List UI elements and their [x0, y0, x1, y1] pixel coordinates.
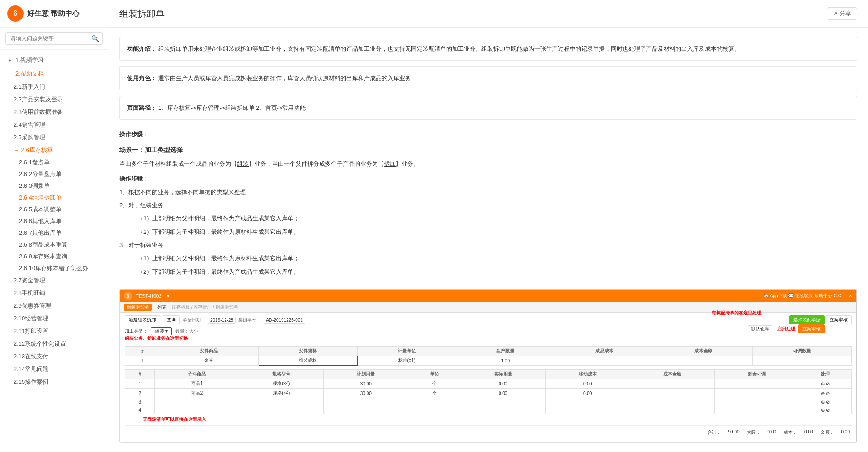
cell-total-3 [630, 398, 714, 406]
col-inqty: 生产数量 [456, 347, 555, 356]
mock-footer: 合计： 99.00 实际： 0.00 成本： 0.00 金额： 0.00 [125, 425, 852, 439]
sidebar-item-finance[interactable]: 2.7资金管理 [0, 274, 108, 287]
main-header: 组装拆卸单 ↗ 分享 [108, 0, 868, 28]
mock-id-label: 集团单号： [238, 317, 261, 323]
cell-action-1[interactable]: ⊕ ⊘ [799, 379, 851, 389]
mock-confirm-btn[interactable]: 立案审核 [826, 315, 852, 324]
mock-select-bom-btn[interactable]: 选择装配单据 [789, 315, 825, 324]
table-row: 3 ⊕ ⊘ [125, 398, 852, 406]
sidebar-item-dataprep[interactable]: 2.3使用前数据准备 [0, 106, 108, 119]
mock-query-btn[interactable]: 查询 [163, 315, 180, 324]
cell-unit: 标准(×1) [357, 356, 456, 366]
cell-unit-4 [408, 406, 461, 414]
mock-close-icon[interactable]: ✕ [849, 293, 853, 299]
sidebar-item-faq[interactable]: 2.14常见问题 [0, 363, 108, 376]
footer-total: 0.00 [841, 429, 850, 436]
annotation-type-switch: 组装业务、拆卸业务在这里切换 [125, 335, 188, 342]
sidebar-item-other-out[interactable]: 2.6.7其他出库单 [0, 227, 108, 239]
col-goods: 父件商品 [160, 347, 259, 356]
sidebar-item-cost-recalc[interactable]: 2.6.8商品成本重算 [0, 239, 108, 251]
cell-remain-1 [714, 379, 799, 389]
sidebar-item-stockcount[interactable]: 2.6.1盘点单 [0, 157, 108, 168]
sidebar-item-other-in[interactable]: 2.6.6其他入库单 [0, 215, 108, 227]
sidebar-item-sales[interactable]: 2.4销售管理 [0, 119, 108, 131]
step3-2: （2）下部明细为子件明细，最终作为产成品生成某它入库单。 [119, 266, 857, 277]
footer-label-qty: 合计： [708, 429, 721, 436]
mock-dropdown-icon: ▾ [167, 293, 170, 299]
mock-warehouse-field: 默认仓库 [748, 325, 772, 332]
annotation-assembly-bom: 有装配清单的在这里处理 [712, 310, 761, 316]
cell-actual-4 [461, 406, 545, 414]
sidebar-item-custom[interactable]: 2.12系统个性化设置 [0, 338, 108, 350]
mock-form-toolbar: 新建组装拆卸 查询 单据日期： 2019-12-28 集团单号： AD-2019… [125, 315, 852, 324]
plus-icon: ＋ [7, 57, 13, 64]
sidebar-item-coupon[interactable]: 2.9优惠券管理 [0, 300, 108, 312]
nav-sub-docs: 2.1新手入门 2.2产品安装及登录 2.3使用前数据准备 2.4销售管理 2.… [0, 81, 108, 388]
sidebar-item-operations[interactable]: 2.10经营管理 [0, 312, 108, 325]
cell-total-1 [630, 379, 714, 389]
search-area: 🔍 [0, 28, 108, 50]
search-input[interactable] [5, 32, 103, 45]
mock-titlebar: 6 TEST-H002 ▾ 🏠 App下载 💬 在线客服 帮助中心 C.C ✕ [120, 290, 856, 302]
ops-section: 操作步骤： 场景一：加工类型选择 当由多个子件材料组装成一个成品的业务为【组装】… [119, 125, 857, 283]
mock-new-btn[interactable]: 新建组装拆卸 [125, 315, 160, 324]
step2-1: （1）上部明细为父件明细，最终作为产成品生成某它入库单； [119, 213, 857, 224]
cell-action-2[interactable]: ⊕ ⊘ [799, 389, 851, 398]
sidebar-item-label: 2.帮助文档 [15, 70, 44, 78]
sidebar-item-docs[interactable]: － 2.帮助文档 [0, 67, 108, 81]
mock-lower-table: # 子件商品 规格型号 计划用量 单位 实际用量 移动成本 成本金额 剩余可调 [125, 369, 852, 414]
mock-upper-table: # 父件商品 父件规格 计量单位 生产数量 成品成本 成本金额 可调数量 [125, 346, 852, 366]
cell-remain-2 [714, 389, 799, 398]
mock-enable-btn[interactable]: 立案审核 [798, 324, 825, 333]
sidebar-item-assembly[interactable]: 2.6.4组装拆卸单 [0, 192, 108, 204]
mock-type-field: 加工类型： 组装 ▾ 数量：大小 [125, 327, 852, 335]
sidebar-item-payment[interactable]: 2.13在线支付 [0, 350, 108, 363]
cell-qty-4 [324, 406, 408, 414]
footer-label-actual: 实际： [747, 429, 760, 436]
cell-spec: 组装规格 [259, 356, 358, 366]
sidebar-item-mobile[interactable]: 2.8手机旺铺 [0, 287, 108, 300]
sidebar-item-stock-ledger[interactable]: 2.6.9库存账本查询 [0, 251, 108, 262]
content-area: 功能介绍： 组装拆卸单用来处理企业组装或拆卸等加工业务，支持有固定装配清单的产品… [108, 28, 868, 452]
sidebar-item-stock-fix[interactable]: 2.6.10库存账本错了怎么办 [0, 262, 108, 274]
screenshot-area: 6 TEST-H002 ▾ 🏠 App下载 💬 在线客服 帮助中心 C.C ✕ … [119, 289, 857, 443]
mock-date-value: 2019-12-28 [208, 317, 236, 324]
share-button[interactable]: ↗ 分享 [827, 7, 857, 20]
annotation-type-text: 组装业务、拆卸业务在这里切换 [125, 335, 188, 342]
cell-unit-2: 个 [408, 389, 461, 398]
mock-upper-table-area: # 父件商品 父件规格 计量单位 生产数量 成品成本 成本金额 可调数量 [125, 346, 852, 366]
cell-total-4 [630, 406, 714, 414]
footer-cost: 0.00 [804, 429, 813, 436]
cell-spec-2: 规格(×4) [239, 389, 324, 398]
col-seq: # [125, 347, 160, 356]
sidebar-item-cost-adjust[interactable]: 2.6.5成本调整单 [0, 204, 108, 215]
sidebar-item-transfer[interactable]: 2.6.3调拨单 [0, 180, 108, 192]
col-subspec: 规格型号 [239, 370, 324, 379]
cell-action-4[interactable]: ⊕ ⊘ [799, 406, 851, 414]
cell-spec-1: 规格(×4) [239, 379, 324, 389]
sidebar-item-print[interactable]: 2.11打印设置 [0, 325, 108, 338]
cell-seq-4: 4 [125, 406, 155, 414]
mock-type-row: 加工类型： 组装 ▾ 数量：大小 组装业务、拆卸业务在这里切换 默认仓库 启用处… [125, 327, 852, 335]
scene1-desc: 当由多个子件材料组装成一个成品的业务为【组装】业务，当由一个父件拆分成多个子产品… [119, 158, 857, 169]
mock-tab-list[interactable]: 列表 [155, 304, 169, 311]
mock-qty-label: 数量：大小 [175, 328, 198, 334]
step3: 3、对于拆装业务 [119, 240, 857, 250]
step1: 1、根据不同的业务，选择不同单据的类型来处理 [119, 187, 857, 197]
sidebar-item-install[interactable]: 2.2产品安装及登录 [0, 93, 108, 106]
step2: 2、对于组装业务 [119, 200, 857, 210]
cell-action-3[interactable]: ⊕ ⊘ [799, 398, 851, 406]
sidebar-item-cases[interactable]: 2.15操作案例 [0, 376, 108, 388]
cell-goods-1: 商品1 [155, 379, 239, 389]
cell-total [654, 356, 753, 366]
page-title: 组装拆卸单 [119, 8, 165, 20]
sidebar-item-video[interactable]: ＋ 1.视频学习 [0, 53, 108, 67]
sidebar-item-newbie[interactable]: 2.1新手入门 [0, 81, 108, 93]
cell-spec-4 [239, 406, 324, 414]
cell-cost-3 [545, 398, 630, 406]
col-subcost: 移动成本 [545, 370, 630, 379]
sidebar-item-purchase[interactable]: 2.5采购管理 [0, 131, 108, 144]
sidebar-item-inventory[interactable]: － 2.6库存核算 [0, 144, 108, 157]
mock-tab-assembly[interactable]: 组装拆卸单 [124, 304, 152, 311]
sidebar-item-partial-count[interactable]: 2.6.2分量盘点单 [0, 168, 108, 180]
